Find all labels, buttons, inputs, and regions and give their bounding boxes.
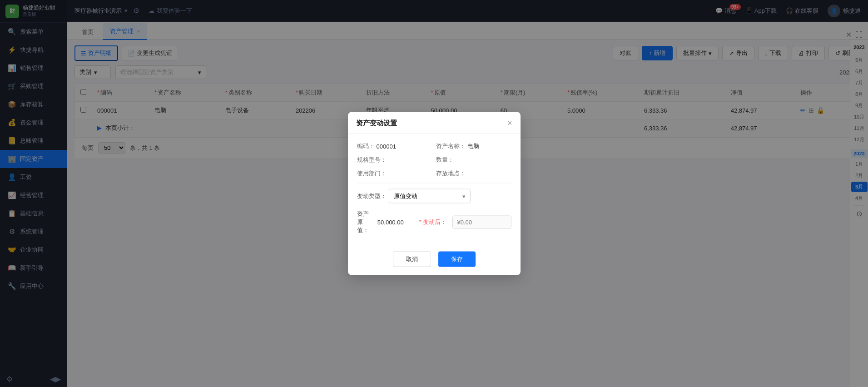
quantity-label: 数量：: [436, 156, 454, 164]
modal-row-3: 使用部门： 存放地点：: [357, 169, 511, 178]
modal-row-1: 编码： 000001 资产名称： 电脑: [357, 142, 511, 150]
asset-name-label: 资产名称：: [436, 142, 466, 150]
modal-close-icon[interactable]: ×: [507, 119, 512, 128]
save-btn[interactable]: 保存: [438, 252, 476, 267]
modal-dept-field: 使用部门：: [357, 169, 432, 178]
code-label: 编码：: [357, 142, 375, 150]
modal-divider-1: [357, 183, 511, 184]
change-type-value: 原值变动: [394, 192, 417, 200]
original-value-label: 资产原值：: [357, 210, 372, 234]
modal-title: 资产变动设置: [356, 119, 397, 128]
after-change-input[interactable]: [452, 215, 511, 228]
modal-quantity-field: 数量：: [436, 156, 511, 164]
code-value: 000001: [377, 143, 396, 149]
modal-location-field: 存放地点：: [436, 169, 511, 178]
after-change-label: * 变动后：: [419, 218, 447, 226]
modal-row-2: 规格型号： 数量：: [357, 156, 511, 164]
modal-footer: 取消 保存: [348, 249, 521, 275]
location-label: 存放地点：: [436, 169, 466, 178]
modal-value-row: 资产原值： 50,000.00 * 变动后：: [357, 210, 511, 234]
dept-label: 使用部门：: [357, 169, 387, 178]
original-value-value: 50,000.00: [377, 216, 414, 228]
spec-label: 规格型号：: [357, 156, 387, 164]
modal-body: 编码： 000001 资产名称： 电脑 规格型号： 数量： 使用部门：: [348, 134, 521, 249]
change-type-arrow-icon: ▾: [462, 193, 466, 199]
change-type-label: 变动类型：: [357, 192, 389, 200]
change-type-select[interactable]: 原值变动 ▾: [389, 189, 471, 203]
modal-header: 资产变动设置 ×: [348, 112, 521, 134]
modal-spec-field: 规格型号：: [357, 156, 432, 164]
asset-name-value: 电脑: [467, 142, 479, 150]
asset-change-modal: 资产变动设置 × 编码： 000001 资产名称： 电脑 规格型号： 数量：: [348, 112, 521, 275]
modal-name-field: 资产名称： 电脑: [436, 142, 511, 150]
modal-change-type-row: 变动类型： 原值变动 ▾: [357, 189, 511, 203]
cancel-btn[interactable]: 取消: [393, 252, 431, 267]
modal-code-field: 编码： 000001: [357, 142, 432, 150]
